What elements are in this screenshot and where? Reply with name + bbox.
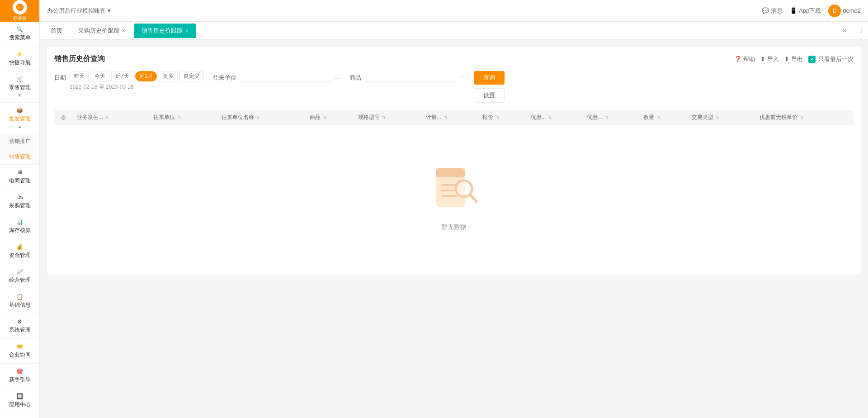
col-product[interactable]: 商品 ⇅	[305, 110, 353, 125]
sidebar-item-label: 应用中心	[9, 401, 31, 408]
logo-icon: 6	[13, 0, 27, 14]
tab-sales[interactable]: 销售历史价跟踪 ×	[134, 24, 196, 38]
tab-maximize[interactable]: ⛶	[854, 25, 864, 36]
svg-point-0	[16, 4, 24, 11]
product-input[interactable]	[365, 71, 455, 82]
tab-sales-close[interactable]: ×	[185, 28, 189, 34]
col-partner-name[interactable]: 往来单位名称 ⇅	[217, 110, 305, 125]
tab-purchase[interactable]: 采购历史价跟踪 ×	[71, 24, 133, 38]
col-unit[interactable]: 计量... ⇅	[421, 110, 478, 125]
product-filter-group: 商品 ...	[349, 71, 465, 82]
setting-button[interactable]: 设置	[474, 88, 505, 103]
sidebar-item-ecommerce[interactable]: 🖥 电商管理	[0, 165, 39, 190]
help-btn[interactable]: ❓ 帮助	[734, 55, 755, 63]
sidebar-item-operation[interactable]: 📈 经营管理	[0, 264, 39, 289]
tab-purchase-close[interactable]: ×	[122, 28, 125, 34]
query-button[interactable]: 查询	[474, 71, 505, 85]
sidebar-item-newbie[interactable]: 🎯 新手引导	[0, 364, 39, 389]
help-icon: ❓	[734, 56, 741, 62]
user-name: demo2	[843, 7, 861, 14]
import-label: 导入	[767, 55, 779, 63]
col-quantity[interactable]: 数量 ⇅	[639, 110, 687, 125]
col-unit-label: 计量...	[426, 114, 441, 120]
sidebar: 6 标准版 🔍 搜索菜单 ⚡ 快捷导航 🛒 零售管理 ▼ 📦 批发管理 ▲ 营销…	[0, 0, 40, 418]
sidebar-item-label: 基础信息	[9, 301, 31, 309]
export-icon: ⬇	[784, 56, 789, 62]
sidebar-item-finance[interactable]: 💰 资金管理	[0, 239, 39, 264]
page-content: 销售历史价查询 ❓ 帮助 ⬆ 导入 ⬇ 导出 ✓	[40, 40, 868, 418]
col-pretax-price-label: 优惠前无税单价	[760, 114, 797, 120]
col-discount1[interactable]: 优惠... ⇅	[526, 110, 583, 125]
col-discount1-label: 优惠...	[531, 114, 546, 120]
sidebar-item-wechat[interactable]: 💬 企业微信	[0, 413, 39, 418]
appstore-icon: 🔲	[16, 393, 23, 399]
search-icon: 🔍	[16, 26, 23, 33]
col-product-label: 商品	[310, 114, 321, 120]
sort-icon: ⇅	[716, 115, 719, 120]
date-options: 昨天 今天 近7天 近1月 更多 自定义 2023-02-18 至 2023-0…	[70, 71, 204, 91]
only-last-checkbox[interactable]: ✓ 只看最后一次	[808, 55, 854, 63]
tab-home[interactable]: 首页	[43, 24, 70, 38]
sidebar-item-quick-nav[interactable]: ⚡ 快捷导航	[0, 47, 39, 71]
sidebar-item-system[interactable]: ⚙ 系统管理	[0, 314, 39, 339]
tab-close-all[interactable]: ✕	[839, 25, 850, 36]
app-name: 办公用品行业模拟账套	[47, 7, 106, 15]
app-selector[interactable]: 办公用品行业模拟账套 ▾	[47, 7, 111, 15]
date-btn-today[interactable]: 今天	[90, 71, 109, 81]
action-buttons: 查询 设置	[474, 71, 505, 103]
export-btn[interactable]: ⬇ 导出	[784, 55, 803, 63]
gear-icon[interactable]: ⚙	[61, 114, 66, 121]
svg-line-8	[470, 195, 476, 201]
product-dots-btn[interactable]: ...	[459, 71, 465, 79]
partner-label: 往来单位	[213, 71, 236, 82]
download-label: App下载	[799, 7, 821, 15]
date-btn-custom[interactable]: 自定义	[179, 71, 204, 81]
sidebar-item-wholesale[interactable]: 📦 批发管理 ▲	[0, 103, 39, 134]
date-range: 2023-02-18 至 2023-03-18	[70, 83, 204, 91]
import-btn[interactable]: ⬆ 导入	[760, 55, 779, 63]
sort-icon: ⇅	[105, 115, 109, 120]
col-biz-date[interactable]: 业务发生... ⇅	[72, 110, 149, 125]
sidebar-item-search[interactable]: 🔍 搜索菜单	[0, 22, 39, 47]
sidebar-item-enterprise[interactable]: 🤝 企业协同	[0, 339, 39, 364]
sidebar-item-label: 批发管理	[9, 115, 31, 123]
product-label: 商品	[349, 71, 361, 82]
col-settings[interactable]: ⚙	[54, 110, 72, 125]
message-btn[interactable]: 💬 消息	[762, 7, 783, 15]
sidebar-item-purchase[interactable]: 🛍 采购管理	[0, 190, 39, 214]
date-btn-more[interactable]: 更多	[159, 71, 178, 81]
user-menu[interactable]: D demo2	[828, 5, 861, 17]
sidebar-item-label: 搜索菜单	[9, 34, 31, 42]
sidebar-item-retail[interactable]: 🛒 零售管理 ▼	[0, 71, 39, 103]
sidebar-item-basic[interactable]: 📋 基础信息	[0, 289, 39, 314]
col-discount2-label: 优惠...	[587, 114, 602, 120]
sort-icon: ⇅	[178, 115, 181, 120]
sidebar-item-label: 企业协同	[9, 351, 31, 359]
col-trade-type[interactable]: 交易类型 ⇅	[687, 110, 755, 125]
col-pretax-price[interactable]: 优惠前无税单价 ⇅	[755, 110, 854, 125]
header-right: 💬 消息 📱 App下载 D demo2	[762, 5, 861, 17]
logo[interactable]: 6 标准版	[0, 0, 39, 22]
date-btn-7days[interactable]: 近7天	[111, 71, 133, 81]
table-header: ⚙ 业务发生... ⇅ 往来单位 ⇅ 往来单位名称	[54, 110, 854, 125]
avatar: D	[828, 5, 841, 17]
sidebar-item-inventory[interactable]: 📊 库存核算	[0, 214, 39, 239]
col-spec[interactable]: 规格型号 ⇅	[354, 110, 422, 125]
col-partner-code[interactable]: 往来单位 ⇅	[149, 110, 217, 125]
date-btn-1month[interactable]: 近1月	[135, 71, 157, 81]
date-btn-yesterday[interactable]: 昨天	[70, 71, 89, 81]
sidebar-item-marketing[interactable]: 营销推广	[0, 134, 39, 149]
partner-input[interactable]	[240, 71, 330, 82]
col-discount2[interactable]: 优惠... ⇅	[582, 110, 639, 125]
sidebar-item-appstore[interactable]: 🔲 应用中心	[0, 389, 39, 413]
sidebar-item-sales-mgmt[interactable]: 销售管理	[0, 149, 39, 165]
tab-actions: ✕ ⛶	[839, 25, 864, 36]
download-btn[interactable]: 📱 App下载	[790, 7, 821, 15]
tab-sales-label: 销售历史价跟踪	[142, 27, 183, 35]
col-quote[interactable]: 报价 ⇅	[478, 110, 526, 125]
chevron-down-icon: ▼	[18, 93, 22, 98]
svg-rect-3	[436, 168, 465, 177]
message-label: 消息	[771, 7, 783, 15]
partner-dots-btn[interactable]: ...	[334, 72, 340, 81]
enterprise-icon: 🤝	[16, 343, 23, 350]
